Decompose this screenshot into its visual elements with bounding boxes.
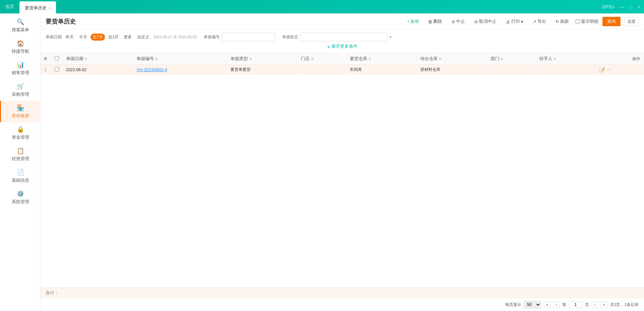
th-department[interactable]: 部门 ⇅ (487, 53, 536, 65)
pagination-bar: 每页显示 10 20 50 100 « ‹ 第 页 › » 共1页，1条记录 (40, 298, 644, 311)
next-page-btn[interactable]: › (592, 301, 598, 308)
sidebar-item-quick-nav-label: 快捷导航 (12, 48, 29, 54)
sort-handler: ⇅ (553, 57, 556, 61)
page-number-input[interactable] (569, 301, 582, 308)
shortcut-today[interactable]: 今天 (77, 34, 89, 41)
status-dropdown-icon[interactable]: ▾ (389, 35, 392, 40)
page-size-label: 每页显示 (505, 302, 521, 308)
sidebar-item-system[interactable]: ⚙️ 系统管理 (0, 187, 40, 208)
sidebar-item-inventory[interactable]: 🏪 库存核算 (0, 101, 40, 122)
refresh-icon: ↻ (555, 19, 559, 24)
new-button[interactable]: + 新增 (405, 17, 421, 26)
expand-more-label: 展开更多条件 (331, 43, 358, 49)
system-icon: ⚙️ (17, 190, 24, 197)
shortcut-1month[interactable]: 近1月 (106, 34, 121, 41)
th-doc-date-label: 单据日期 (66, 56, 84, 61)
finance-icon: 🔒 (17, 126, 24, 133)
sidebar-item-purchase[interactable]: 🛒 采购管理 (0, 79, 40, 101)
refresh-button[interactable]: ↻ 刷新 (553, 17, 572, 26)
th-pending-warehouse[interactable]: 待出仓库 ⇅ (417, 53, 487, 65)
row-edit-icon[interactable]: 📝 (599, 67, 605, 73)
row-checkbox-cell[interactable] (51, 65, 62, 75)
first-page-btn[interactable]: « (544, 301, 551, 308)
row-doc-no[interactable]: YH-20230602-4 (133, 65, 227, 75)
th-doc-no[interactable]: 单据编号 ⇅ (133, 53, 227, 65)
export-button[interactable]: ↗ 导出 (530, 17, 549, 26)
doc-no-link[interactable]: YH-20230602-4 (137, 67, 167, 72)
tab-close-icon[interactable]: × (49, 6, 51, 10)
tab-home[interactable]: 首页 (0, 0, 19, 13)
settings-button[interactable]: 设置 (625, 17, 639, 26)
status-filter-group: 单据状态 ▾ (282, 33, 392, 41)
sidebar-item-finance[interactable]: 🔒 资金管理 (0, 122, 40, 144)
top-bar-close[interactable]: × (637, 4, 640, 9)
shortcut-custom[interactable]: 自定义 (135, 34, 151, 41)
display-detail-toggle[interactable]: 显示明细 (576, 18, 598, 25)
display-detail-label: 显示明细 (581, 18, 598, 25)
page-size-select[interactable]: 10 20 50 100 (524, 301, 541, 308)
row-actions: 📝 ⋯ (595, 65, 644, 75)
sidebar-item-sales[interactable]: 📊 销售管理 (0, 58, 40, 79)
th-checkbox[interactable] (51, 53, 62, 65)
display-detail-checkbox[interactable] (576, 19, 580, 24)
sidebar-item-basic-info[interactable]: 📄 基础信息 (0, 165, 40, 187)
top-bar-maximize[interactable]: □ (630, 4, 632, 9)
row-req-warehouse: 车间库 (346, 65, 417, 75)
sidebar-item-inventory-label: 库存核算 (12, 113, 29, 119)
docno-filter-input[interactable] (222, 33, 275, 41)
shortcut-7days[interactable]: 近7天 (91, 34, 105, 41)
print-icon: 🖨 (506, 19, 510, 24)
shortcut-more[interactable]: 更多 (122, 34, 134, 41)
th-doc-type-label: 单据类型 (230, 56, 248, 61)
th-store[interactable]: 门店 ⇅ (298, 53, 346, 65)
th-settings[interactable]: ⚙ (40, 53, 51, 65)
tab-active-label: 要货单历史 (25, 5, 47, 11)
delete-icon: 🗑 (428, 19, 432, 24)
sort-pending-warehouse: ⇅ (439, 57, 441, 61)
footer-summary: 合计： (40, 287, 644, 298)
row-pending-warehouse: 原材料仓库 (417, 65, 487, 75)
date-range-display: 2023-05-27 至 2023-06-02 (153, 35, 197, 40)
prev-page-btn[interactable]: ‹ (553, 301, 559, 308)
sidebar-item-search-menu[interactable]: 🔍 搜索菜单 (0, 15, 40, 36)
data-table: ⚙ 单据日期 ⇅ 单据编号 ⇅ 单据类型 (40, 53, 644, 75)
delete-button[interactable]: 🗑 删除 (425, 17, 445, 26)
last-page-btn[interactable]: » (600, 301, 607, 308)
top-bar-minimize[interactable]: — (620, 4, 624, 9)
page-label: 页 (585, 302, 589, 308)
tab-active[interactable]: 要货单历史 × (19, 1, 56, 15)
cancel-stop-button[interactable]: ⊘ 取消中止 (472, 17, 499, 26)
select-all-checkbox[interactable] (55, 56, 59, 60)
stop-button[interactable]: ⊘ 中止 (449, 17, 468, 26)
sidebar-item-operations[interactable]: 📋 经营管理 (0, 144, 40, 165)
main-layout: 🔍 搜索菜单 🏠 快捷导航 📊 销售管理 🛒 采购管理 🏪 库存核算 🔒 资金管… (0, 13, 644, 311)
th-req-warehouse-label: 要货仓库 (350, 56, 367, 61)
sort-doc-type: ⇅ (249, 57, 252, 61)
th-store-label: 门店 (301, 56, 310, 61)
table-row[interactable]: 1 2023-06-02 YH-20230602-4 要货单要货 车间库 原材料… (40, 65, 644, 75)
shortcut-yesterday[interactable]: 昨天 (64, 34, 76, 41)
th-doc-date[interactable]: 单据日期 ⇅ (62, 53, 133, 65)
status-filter-input[interactable] (300, 33, 387, 41)
sort-store: ⇅ (311, 57, 314, 61)
expand-more-row: ∨ 展开更多条件 (46, 43, 639, 49)
operations-icon: 📋 (17, 147, 24, 154)
sales-icon: 📊 (17, 61, 24, 69)
date-filter-label: 单据日期 (46, 34, 62, 40)
expand-more-btn[interactable]: ∨ 展开更多条件 (327, 43, 358, 49)
th-pending-warehouse-label: 待出仓库 (420, 56, 438, 61)
row-checkbox[interactable] (55, 67, 59, 72)
inventory-icon: 🏪 (17, 104, 24, 112)
row-more-icon[interactable]: ⋯ (607, 67, 611, 73)
basic-info-icon: 📄 (17, 169, 24, 176)
th-doc-type[interactable]: 单据类型 ⇅ (227, 53, 298, 65)
query-button[interactable]: 查询 (602, 17, 621, 26)
top-bar-often[interactable]: OfTEn (602, 4, 614, 9)
th-handler[interactable]: 经手人 ⇅ (536, 53, 595, 65)
sidebar-item-quick-nav[interactable]: 🏠 快捷导航 (0, 36, 40, 58)
stop-icon: ⊘ (451, 19, 455, 24)
page-header: 要货单历史 + 新增 🗑 删除 ⊘ 中止 ⊘ 取消中止 🖨 打印 (40, 13, 644, 29)
print-button[interactable]: 🖨 打印 ▾ (503, 17, 526, 26)
th-req-warehouse[interactable]: 要货仓库 ⇅ (346, 53, 417, 65)
sidebar-item-finance-label: 资金管理 (12, 134, 29, 140)
